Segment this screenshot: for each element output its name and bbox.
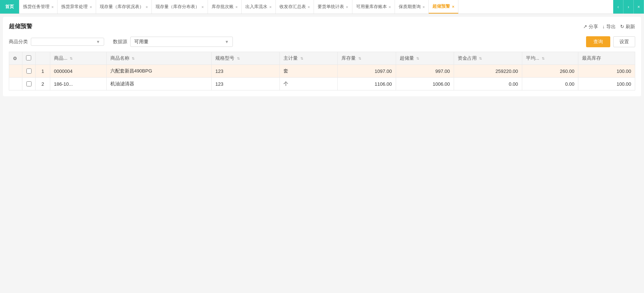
table-header: ⚙ 商品... ⇅ 商品名称 ⇅ 规格型号 ⇅ [9,52,635,65]
settings-button[interactable]: 设置 [613,36,635,47]
header-actions: ↗ 分享 ↓ 导出 ↻ 刷新 [583,23,636,30]
close-tab-4[interactable]: × [201,5,204,9]
nav-prev-arrow[interactable]: ‹ [613,0,623,14]
th-over-stock[interactable]: 超储量 ⇅ [396,52,454,65]
close-tab-1[interactable]: × [51,5,54,9]
nav-home[interactable]: 首页 [0,0,19,14]
td-product-name-0: 六配套新昌490BPG [106,65,212,78]
th-unit[interactable]: 主计量 ⇅ [280,52,338,65]
td-checkbox-1[interactable] [22,78,36,90]
category-select-arrow: ▼ [96,40,100,44]
row-checkbox-0[interactable] [26,68,32,74]
data-table: ⚙ 商品... ⇅ 商品名称 ⇅ 规格型号 ⇅ [9,52,635,90]
sort-icon-unit: ⇅ [300,56,303,60]
tab-label-2: 拣货异常处理 [61,4,88,10]
th-product-code[interactable]: 商品... ⇅ [50,52,107,65]
th-avg[interactable]: 平均... ⇅ [522,52,578,65]
page-header: 超储预警 ↗ 分享 ↓ 导出 ↻ 刷新 [9,23,635,30]
sort-icon-over-stock: ⇅ [416,56,419,60]
close-tab-10[interactable]: × [422,5,425,9]
nav-tab-2[interactable]: 拣货异常处理 × [58,0,96,14]
sort-icon-avg: ⇅ [542,56,545,60]
nav-tab-5[interactable]: 库存批次账 × [208,0,242,14]
th-product-name[interactable]: 商品名称 ⇅ [106,52,212,65]
share-button[interactable]: ↗ 分享 [583,23,598,30]
nav-tab-11[interactable]: 超储预警 × [429,0,458,14]
datasource-select[interactable]: 可用量 ▼ [130,37,233,47]
nav-next-arrow[interactable]: › [623,0,634,14]
nav-tab-3[interactable]: 现存量（库存状况表） × [96,0,152,14]
filter-buttons: 查询 设置 [586,36,635,47]
refresh-icon: ↻ [620,24,624,29]
select-all-checkbox[interactable] [26,55,31,60]
td-avg-1: 0.00 [522,78,578,90]
nav-tab-1[interactable]: 拣货任务管理 × [19,0,58,14]
nav-close-arrow[interactable]: × [634,0,644,14]
nav-tab-4[interactable]: 现存量（库存分布表） × [152,0,208,14]
sort-icon-code: ⇅ [70,56,73,60]
td-stock-0: 1097.00 [338,65,396,78]
td-spec-0: 123 [212,65,280,78]
close-tab-9[interactable]: × [389,5,391,9]
nav-tab-6[interactable]: 出入库流水 × [242,0,275,14]
nav-tab-10[interactable]: 保质期查询 × [395,0,429,14]
row-checkbox-1[interactable] [26,81,32,86]
tab-label-7: 收发存汇总表 [279,4,306,10]
share-label: 分享 [589,23,598,30]
td-row-num-0: 1 [36,65,50,78]
th-checkbox[interactable] [22,52,36,65]
category-select[interactable]: ▼ [31,38,104,46]
td-max-stock-0: 100.00 [578,65,635,78]
td-spec-1: 123 [212,78,280,90]
table-body: 1 0000004 六配套新昌490BPG 123 套 1097.00 997.… [9,65,635,90]
tab-label-9: 可用量库存账本 [356,4,387,10]
td-stock-1: 1106.00 [338,78,396,90]
td-over-stock-1: 1006.00 [396,78,454,90]
tab-label-10: 保质期查询 [399,4,421,10]
td-over-stock-0: 997.00 [396,65,454,78]
tab-label-6: 出入库流水 [245,4,267,10]
filter-category: 商品分类 ▼ [9,38,104,46]
td-checkbox-0[interactable] [22,65,36,78]
td-row-num-1: 2 [36,78,50,90]
table-row: 2 186-10... 机油滤清器 123 个 1106.00 1006.00 … [9,78,635,90]
td-capital-0: 259220.00 [454,65,522,78]
share-icon: ↗ [583,24,587,29]
table-row: 1 0000004 六配套新昌490BPG 123 套 1097.00 997.… [9,65,635,78]
close-tab-6[interactable]: × [269,5,271,9]
sort-icon-name: ⇅ [132,56,135,60]
td-gear-0 [9,65,22,78]
close-tab-5[interactable]: × [235,5,238,9]
close-tab-11[interactable]: × [452,4,454,9]
datasource-select-arrow: ▼ [225,40,229,44]
gear-icon: ⚙ [13,56,17,61]
nav-arrows: ‹ › × [613,0,644,14]
query-button[interactable]: 查询 [586,36,610,47]
tab-label-3: 现存量（库存状况表） [100,4,144,10]
td-capital-1: 0.00 [454,78,522,90]
category-label: 商品分类 [9,38,28,45]
filter-row: 商品分类 ▼ 数据源 可用量 ▼ 查询 设置 [9,36,635,47]
top-nav: 首页 拣货任务管理 × 拣货异常处理 × 现存量（库存状况表） × 现存量（库存… [0,0,644,14]
datasource-select-value: 可用量 [134,38,149,45]
export-button[interactable]: ↓ 导出 [603,23,616,30]
th-spec[interactable]: 规格型号 ⇅ [212,52,280,65]
nav-tab-7[interactable]: 收发存汇总表 × [276,0,314,14]
close-tab-8[interactable]: × [346,5,348,9]
th-stock[interactable]: 库存量 ⇅ [338,52,396,65]
page-content: 超储预警 ↗ 分享 ↓ 导出 ↻ 刷新 商品分类 ▼ 数据源 [3,17,641,96]
nav-tab-8[interactable]: 要货单统计表 × [314,0,352,14]
th-capital[interactable]: 资金占用 ⇅ [454,52,522,65]
close-tab-3[interactable]: × [146,5,148,9]
refresh-button[interactable]: ↻ 刷新 [620,23,635,30]
nav-tab-9[interactable]: 可用量库存账本 × [352,0,395,14]
sort-icon-capital: ⇅ [479,56,482,60]
refresh-label: 刷新 [626,23,635,30]
sort-icon-spec: ⇅ [237,56,240,60]
close-tab-2[interactable]: × [89,5,92,9]
th-max-stock[interactable]: 最高库存 [578,52,635,65]
home-label: 首页 [5,4,14,10]
close-tab-7[interactable]: × [308,5,310,9]
tab-label-8: 要货单统计表 [318,4,344,10]
th-gear[interactable]: ⚙ [9,52,22,65]
